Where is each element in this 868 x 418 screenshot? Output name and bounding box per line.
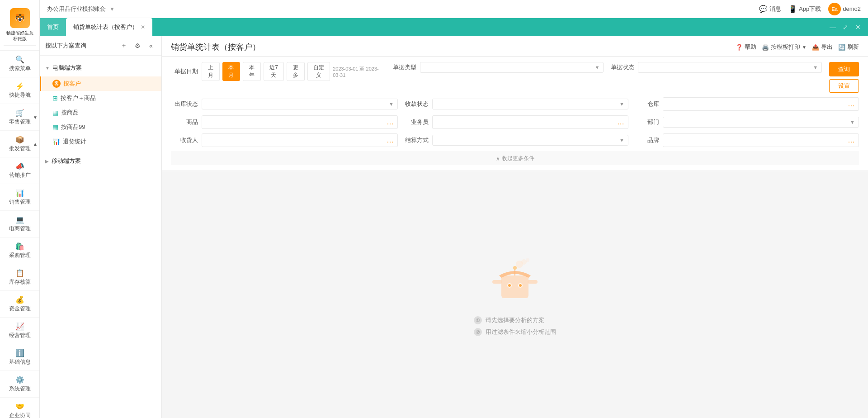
payment-select[interactable]: ▼ (432, 99, 628, 109)
window-close-btn[interactable]: ✕ (854, 23, 863, 32)
empty-tips: ① 请先选择要分析的方案 ② 用过滤条件来缩小分析范围 (474, 316, 556, 336)
messages-btn[interactable]: 💬 消息 (759, 5, 781, 13)
sidebar-item-inventory[interactable]: 📋 库存核算 (0, 264, 39, 291)
page-header: 销货单统计表（按客户） ❓ 帮助 🖨️ 按模板打印 ▼ 📤 导出 (162, 36, 868, 57)
query-btn[interactable]: 查询 (829, 62, 859, 76)
search-icon: 🔍 (2, 55, 38, 64)
empty-tip-1: ① 请先选择要分析的方案 (474, 316, 556, 324)
date-btn-custom[interactable]: 自定义 (307, 62, 330, 81)
bar-icon: 📊 (52, 138, 60, 145)
add-scheme-btn[interactable]: ＋ (119, 41, 129, 51)
window-minimize-btn[interactable]: — (828, 23, 837, 32)
date-btn-thismonth[interactable]: 本月 (222, 62, 241, 81)
date-btn-lastmonth[interactable]: 上月 (202, 62, 220, 81)
sidebar-item-operations[interactable]: 📈 经营管理 (0, 318, 39, 344)
sidebar-item-wholesale[interactable]: 📦 批发管理 ▲ (0, 131, 39, 157)
app-download-btn[interactable]: 📱 App下载 (788, 5, 821, 13)
product-ellipsis[interactable]: … (387, 118, 394, 126)
sidebar-item-cooperation[interactable]: 🤝 企业协同 (0, 398, 39, 418)
salesperson-ellipsis[interactable]: … (617, 118, 624, 126)
warehouse-select[interactable]: … (663, 97, 859, 111)
svg-point-3 (508, 284, 511, 287)
collapse-up-icon: ∧ (496, 156, 500, 162)
export-btn[interactable]: 📤 导出 (812, 43, 833, 51)
message-icon: 💬 (759, 5, 768, 13)
help-btn[interactable]: ❓ 帮助 (736, 43, 756, 51)
consignee-ellipsis[interactable]: … (387, 136, 394, 144)
marketing-icon: 📣 (2, 162, 38, 171)
date-btn-thisyear[interactable]: 本年 (243, 62, 261, 81)
tree-item-label: 按客户＋商品 (61, 94, 96, 102)
doc-status-select[interactable]: ▼ (638, 62, 822, 73)
retail-arrow: ▼ (33, 115, 38, 120)
table99-icon: ▦ (52, 124, 58, 131)
date-btn-more[interactable]: 更多 (287, 62, 305, 81)
mobile-section-header[interactable]: ▶ 移动端方案 (40, 154, 161, 168)
brand-ellipsis[interactable]: … (848, 136, 855, 144)
inventory-icon: 📋 (2, 269, 38, 277)
sidebar-item-basic[interactable]: ℹ️ 基础信息 (0, 344, 39, 371)
product-select[interactable]: … (202, 115, 398, 129)
sidebar-item-purchase[interactable]: 🛍️ 采购管理 (0, 238, 39, 264)
tab-home[interactable]: 首页 (40, 18, 66, 36)
window-maximize-btn[interactable]: ⤢ (841, 23, 850, 32)
consignee-select[interactable]: … (202, 133, 398, 147)
sidebar-item-finance[interactable]: 💰 资金管理 (0, 291, 39, 318)
add-icon: ＋ (121, 42, 127, 50)
svg-point-4 (519, 284, 522, 287)
settlement-chevron: ▼ (619, 138, 624, 143)
sidebar-item-sales[interactable]: 📊 销售管理 (0, 184, 39, 211)
tree-item-product-99[interactable]: ▦ 按商品99 (40, 120, 161, 134)
sidebar-item-retail[interactable]: 🛒 零售管理 ▼ (0, 104, 39, 131)
tree-item-by-product[interactable]: ▦ 按商品 (40, 105, 161, 120)
settings-scheme-btn[interactable]: ⚙ (132, 41, 142, 51)
tab-sales-stats[interactable]: 销货单统计表（按客户） ✕ (66, 18, 152, 36)
header-dropdown-icon[interactable]: ▼ (109, 6, 115, 12)
tab-close-icon[interactable]: ✕ (141, 24, 145, 30)
settlement-select[interactable]: ▼ (432, 135, 628, 146)
date-label: 单据日期 (171, 67, 198, 76)
settlement-label: 结算方式 (401, 136, 429, 144)
date-buttons: 上月 本月 本年 近7天 更多 自定义 2023-03-01 至 2023-03… (202, 62, 386, 81)
tree-item-label: 按客户 (63, 80, 81, 88)
tree-item-return-stats[interactable]: 📊 退货统计 (40, 134, 161, 149)
settings-btn[interactable]: 设置 (829, 79, 859, 93)
refresh-icon: 🔄 (838, 44, 845, 51)
content-area: 按以下方案查询 ＋ ⚙ « ▼ 电脑端方案 (40, 36, 868, 418)
page-title: 销货单统计表（按客户） (171, 42, 260, 52)
sidebar-item-ecommerce[interactable]: 💻 电商管理 (0, 211, 39, 238)
template-print-btn[interactable]: 🖨️ 按模板打印 ▼ (762, 43, 807, 51)
department-select[interactable]: ▼ (663, 117, 859, 128)
wholesale-icon: 📦 (2, 135, 38, 144)
payment-chevron: ▼ (619, 101, 624, 107)
sidebar-item-marketing[interactable]: 📣 营销推广 (0, 157, 39, 184)
sidebar-item-system[interactable]: ⚙️ 系统管理 (0, 371, 39, 398)
doc-status-chevron: ▼ (813, 65, 818, 70)
gear-icon: ⚙ (135, 42, 141, 49)
refresh-btn[interactable]: 🔄 刷新 (838, 43, 859, 51)
tree-item-customer-product[interactable]: ⊞ 按客户＋商品 (40, 91, 161, 105)
warehouse-ellipsis[interactable]: … (848, 100, 855, 108)
outbound-select[interactable]: ▼ (202, 99, 398, 109)
brand-select[interactable]: … (663, 133, 859, 147)
main-content: 办公用品行业模拟账套 ▼ 💬 消息 📱 App下载 Ea demo2 首页 销货… (40, 0, 868, 418)
sidebar-item-quicknav[interactable]: ⚡ 快捷导航 (0, 77, 39, 104)
left-panel-actions: ＋ ⚙ « (119, 41, 156, 51)
collapse-row[interactable]: ∧ 收起更多条件 (171, 152, 859, 165)
salesperson-select[interactable]: … (432, 115, 628, 129)
left-panel-title: 按以下方案查询 (45, 42, 86, 50)
customer-icon: 客 (52, 80, 61, 88)
doc-type-select[interactable]: ▼ (420, 62, 604, 73)
tree-item-label: 退货统计 (63, 138, 86, 146)
tree-item-by-customer[interactable]: 客 按客户 (40, 76, 161, 91)
sidebar-item-search[interactable]: 🔍 搜索菜单 (0, 51, 39, 77)
collapse-panel-btn[interactable]: « (146, 41, 156, 51)
wholesale-arrow: ▲ (33, 142, 38, 147)
mobile-arrow: ▶ (45, 159, 49, 164)
date-btn-7days[interactable]: 近7天 (264, 62, 284, 81)
user-menu[interactable]: Ea demo2 (828, 3, 861, 15)
desktop-section-header[interactable]: ▼ 电脑端方案 (40, 61, 161, 75)
desktop-section: ▼ 电脑端方案 客 按客户 ⊞ 按客户＋商品 ▦ (40, 59, 161, 152)
system-icon: ⚙️ (2, 375, 38, 384)
top-header: 办公用品行业模拟账套 ▼ 💬 消息 📱 App下载 Ea demo2 (40, 0, 868, 18)
